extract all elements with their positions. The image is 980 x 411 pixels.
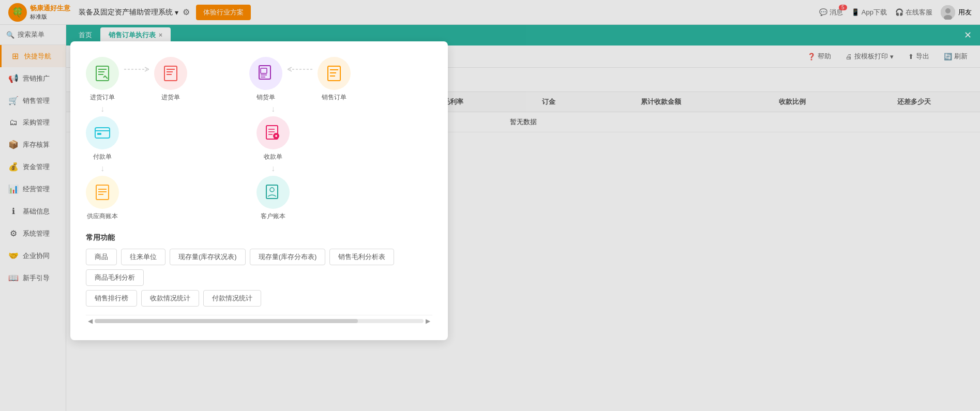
func-btn-stock-dist[interactable]: 现存量(库存分布表): [250, 249, 326, 265]
flow-node-customer-account[interactable]: 客户账本: [257, 176, 290, 221]
modal-scrollbar: ◀ ▶: [86, 315, 432, 325]
function-buttons-row-2: 销售排行榜 收款情况统计 付款情况统计: [86, 290, 432, 307]
customer-account-node: 客户账本: [257, 176, 290, 221]
svg-point-36: [270, 188, 274, 192]
payment-circle[interactable]: [86, 116, 119, 149]
modal-overlay[interactable]: 进货订单 ↓ 付款单 ↓ 供应商账本: [0, 0, 980, 411]
flow-diagram: 进货订单 ↓ 付款单 ↓ 供应商账本: [86, 57, 432, 221]
func-btn-sales-profit[interactable]: 销售毛利分析表: [329, 249, 394, 265]
purchase-order-circle[interactable]: [86, 57, 119, 90]
svg-rect-15: [164, 66, 177, 81]
flow-node-payment[interactable]: 付款单: [86, 116, 119, 161]
quick-nav-modal: 进货订单 ↓ 付款单 ↓ 供应商账本: [70, 41, 448, 340]
top-right-row: 销货单 销售订单: [249, 57, 351, 102]
sales-order-circle[interactable]: [318, 57, 351, 90]
common-functions-title: 常用功能: [86, 233, 432, 242]
sales-bill-circle[interactable]: [249, 57, 282, 90]
receipt-circle[interactable]: [257, 116, 290, 149]
scroll-track: [95, 319, 424, 323]
flow-node-purchase-order[interactable]: 进货订单: [86, 57, 119, 102]
purchase-bill-col: 进货单: [154, 57, 187, 102]
flow-node-supplier-account[interactable]: 供应商账本: [86, 176, 119, 221]
svg-rect-20: [261, 68, 267, 73]
flow-node-receipt[interactable]: 收款单: [257, 116, 290, 161]
func-btn-receipt-stats[interactable]: 收款情况统计: [141, 290, 199, 307]
svg-rect-9: [97, 133, 101, 135]
func-btn-payment-stats[interactable]: 付款情况统计: [203, 290, 261, 307]
arrow-down-3: ↓: [271, 105, 275, 113]
supplier-circle[interactable]: [86, 176, 119, 209]
scroll-thumb[interactable]: [95, 319, 358, 323]
arrow-down-2: ↓: [100, 164, 104, 173]
svg-rect-7: [95, 128, 110, 138]
scroll-right-icon[interactable]: ▶: [424, 317, 432, 325]
receipt-node: 收款单: [257, 116, 290, 161]
arrow-down-1: ↓: [100, 105, 104, 113]
arrow-right-1: [119, 66, 154, 72]
arrow-down-4: ↓: [271, 164, 275, 173]
func-btn-counterpart[interactable]: 往来单位: [121, 249, 165, 265]
flow-node-sales-order[interactable]: 销售订单: [318, 57, 351, 102]
func-btn-sales-ranking[interactable]: 销售排行榜: [86, 290, 137, 307]
function-buttons-row: 商品 往来单位 现存量(库存状况表) 现存量(库存分布表) 销售毛利分析表 商品…: [86, 249, 432, 286]
customer-circle[interactable]: [257, 176, 290, 209]
flow-node-sales-bill[interactable]: 销货单: [249, 57, 282, 102]
func-btn-product[interactable]: 商品: [86, 249, 117, 265]
purchase-bill-circle[interactable]: [154, 57, 187, 90]
flow-node-purchase-bill[interactable]: 进货单: [154, 57, 187, 102]
scroll-left-icon[interactable]: ◀: [86, 317, 95, 325]
func-btn-product-profit[interactable]: 商品毛利分析: [86, 269, 144, 286]
common-functions: 常用功能 商品 往来单位 现存量(库存状况表) 现存量(库存分布表) 销售毛利分…: [86, 233, 432, 307]
right-flow-group: 销货单 销售订单 ↓: [249, 57, 351, 221]
func-btn-stock-status[interactable]: 现存量(库存状况表): [170, 249, 246, 265]
arrow-dashed-right: [282, 66, 318, 72]
left-flow-group: 进货订单 ↓ 付款单 ↓ 供应商账本: [86, 57, 119, 221]
